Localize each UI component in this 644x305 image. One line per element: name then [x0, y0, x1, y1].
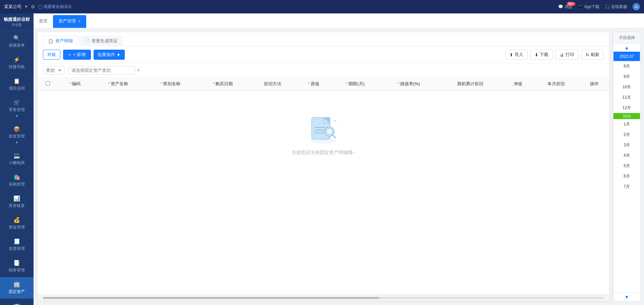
- svg-point-10: [338, 125, 339, 126]
- sidebar: 畅捷通好业财 专业版 🔍 搜索菜单 ⚡ 快捷导航 📋 项目合同 🛒 零售管理 ▼…: [0, 13, 34, 305]
- sub-tab-asset-detail[interactable]: 📋 资产明细: [43, 36, 78, 46]
- invoice-icon: 🧾: [13, 238, 20, 245]
- import-icon: ⬆: [509, 52, 513, 57]
- app-title: 畅捷通好业财: [3, 17, 31, 22]
- tab-home[interactable]: 首页: [34, 15, 53, 28]
- payroll-icon: 💵: [13, 303, 20, 305]
- horizontal-scrollbar[interactable]: [43, 297, 604, 299]
- col-name: *资产名称: [92, 78, 144, 91]
- add-button[interactable]: + + 新增: [63, 50, 91, 60]
- main-layout: 畅捷通好业财 专业版 🔍 搜索菜单 ⚡ 快捷导航 📋 项目合同 🛒 零售管理 ▼…: [0, 13, 644, 305]
- col-monthly-depreciation: 本月折旧: [532, 78, 580, 91]
- sub-tab-bar: 📋 资产明细 📄 变更生成凭证: [38, 32, 609, 46]
- svg-point-7: [326, 129, 332, 135]
- sidebar-item-ecommerce[interactable]: 💻 小畅电商: [0, 148, 34, 170]
- sub-tab-change-voucher[interactable]: 📄 变更生成凭证: [79, 36, 123, 46]
- bottom-bar: [38, 294, 609, 301]
- sidebar-item-tax[interactable]: 📑 税务管理: [0, 256, 34, 277]
- import-button[interactable]: ⬆ 导入: [505, 50, 528, 60]
- message-button[interactable]: 💬 消息 99+: [558, 4, 573, 10]
- message-icon: 💬: [558, 4, 563, 9]
- app-download-button[interactable]: 📱 App下载: [578, 4, 599, 10]
- refresh-button[interactable]: ↻ 刷新: [581, 50, 604, 60]
- sidebar-item-quick-nav[interactable]: ⚡ 快捷导航: [0, 52, 34, 74]
- sidebar-item-finance[interactable]: 💰 资金管理: [0, 213, 34, 234]
- tab-close-icon[interactable]: ✕: [78, 19, 81, 23]
- col-period-months: *期限(月): [331, 78, 380, 91]
- online-service-button[interactable]: 🎧 在线客服: [605, 4, 627, 10]
- retail-icon: 🛒: [13, 99, 20, 106]
- sidebar-item-purchase-mgmt[interactable]: 🛍️ 采购管理: [0, 170, 34, 191]
- purchase-icon: 🛍️: [13, 174, 20, 180]
- month-nav-down[interactable]: ▼: [613, 293, 640, 301]
- refresh-icon: ↻: [586, 52, 589, 57]
- print-icon: 🖨: [560, 52, 564, 57]
- month-item-9[interactable]: 9月: [613, 71, 640, 82]
- sidebar-item-wholesale-mgmt[interactable]: 📦 批发管理 ▼: [0, 122, 34, 148]
- month-item-2[interactable]: 2月: [613, 130, 640, 140]
- sidebar-item-retail-mgmt[interactable]: 🛒 零售管理 ▼: [0, 95, 34, 122]
- svg-point-11: [309, 129, 311, 130]
- page-content: 📋 资产明细 📄 变更生成凭证 对账 + + 新增: [34, 28, 644, 305]
- user-avatar[interactable]: Ai: [633, 3, 640, 10]
- month-item-3[interactable]: 3月: [613, 140, 640, 150]
- col-depreciation-method: 折旧方法: [249, 78, 297, 91]
- category-select[interactable]: 类别: [43, 66, 64, 74]
- month-nav-up[interactable]: ▲: [613, 44, 640, 52]
- sidebar-item-search[interactable]: 🔍 搜索菜单: [0, 31, 34, 52]
- sidebar-item-fixed-assets[interactable]: 🏢 固定资产: [0, 277, 34, 299]
- change-voucher-icon: 📄: [84, 39, 90, 44]
- service-icon: 🎧: [605, 4, 610, 9]
- batch-operation-button[interactable]: 批量操作 ▼: [94, 50, 125, 60]
- filter-bar: 类别 ▼: [38, 63, 609, 78]
- col-checkbox: [38, 78, 58, 91]
- toolbar: 对账 + + 新增 批量操作 ▼ ⬆ 导入: [38, 46, 609, 63]
- sidebar-item-inventory[interactable]: 📊 库存核算: [0, 191, 34, 213]
- download-button[interactable]: ⬇ 下载: [530, 50, 553, 60]
- scrollbar-thumb[interactable]: [43, 297, 379, 299]
- empty-state-row: 当前您还没有固定资产明细哦~: [38, 91, 609, 176]
- month-item-11[interactable]: 11月: [613, 92, 640, 103]
- company-dropdown-icon[interactable]: ▼: [24, 4, 28, 9]
- month-item-10[interactable]: 10月: [613, 82, 640, 92]
- month-current[interactable]: 2022.07: [613, 52, 640, 61]
- quicknav-icon: ⚡: [13, 56, 20, 63]
- month-item-7[interactable]: 7月: [613, 182, 640, 192]
- demo-link[interactable]: 我要看实例演示: [38, 4, 72, 10]
- empty-illustration: [303, 111, 343, 144]
- fixed-assets-icon: 🏢: [13, 281, 20, 288]
- month-item-12[interactable]: 12月: [613, 103, 640, 113]
- col-purchase-date: *购买日期: [197, 78, 249, 91]
- month-panel: 月份选择 ▲ 2022.07 8月 9月 10月 11月 12月 2023 1月…: [613, 32, 640, 301]
- svg-line-8: [332, 135, 335, 138]
- select-all-checkbox[interactable]: [46, 81, 50, 86]
- category-dropdown-icon[interactable]: ▼: [137, 68, 140, 72]
- message-badge: 99+: [567, 2, 575, 6]
- asset-category-input[interactable]: [68, 66, 136, 74]
- company-name: 某某公司: [4, 4, 21, 10]
- project-icon: 📋: [13, 78, 20, 84]
- top-bar-left: 某某公司 ▼ ⚙ 我要看实例演示: [4, 4, 72, 10]
- sidebar-item-project-contract[interactable]: 📋 项目合同: [0, 74, 34, 95]
- col-residual-rate: *残值率(%): [380, 78, 437, 91]
- tax-icon: 📑: [13, 260, 20, 266]
- month-item-6[interactable]: 6月: [613, 171, 640, 182]
- main-panel: 📋 资产明细 📄 变更生成凭证 对账 + + 新增: [38, 32, 609, 301]
- table-header-row: *编码 *资产名称 *类别名称 *购买日期 折旧方法 *原值 *期限(月) *残…: [38, 78, 609, 91]
- sidebar-item-invoice[interactable]: 🧾 发票管理: [0, 234, 34, 256]
- settings-icon[interactable]: ⚙: [31, 4, 35, 9]
- asset-table: *编码 *资产名称 *类别名称 *购买日期 折旧方法 *原值 *期限(月) *残…: [38, 78, 609, 176]
- month-item-1[interactable]: 1月: [613, 119, 640, 130]
- wholesale-icon: 📦: [13, 126, 20, 132]
- reconcile-button[interactable]: 对账: [43, 50, 60, 60]
- download-icon: ⬇: [535, 52, 538, 57]
- month-item-8[interactable]: 8月: [613, 61, 640, 71]
- month-item-5[interactable]: 5月: [613, 161, 640, 171]
- sidebar-item-payroll[interactable]: 💵 工资: [0, 299, 34, 305]
- inventory-icon: 📊: [13, 195, 20, 202]
- print-button[interactable]: 🖨 打印: [555, 50, 579, 60]
- year-marker-2023: 2023: [613, 113, 640, 119]
- app-subtitle: 专业版: [3, 22, 31, 27]
- tab-asset-mgmt[interactable]: 资产管理 ✕: [53, 15, 86, 28]
- month-item-4[interactable]: 4月: [613, 150, 640, 161]
